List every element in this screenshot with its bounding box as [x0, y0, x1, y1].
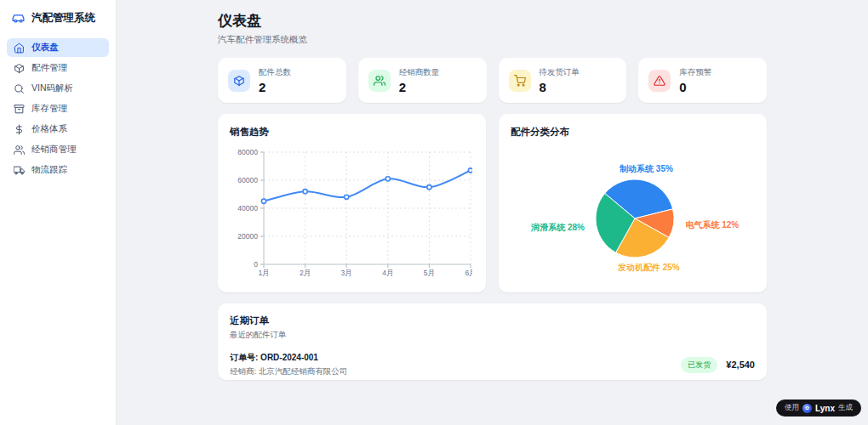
- lynx-brand: Lynx: [815, 404, 835, 413]
- app-title: 汽配管理系统: [31, 11, 95, 26]
- svg-text:20000: 20000: [237, 232, 258, 241]
- svg-text:4月: 4月: [382, 269, 393, 277]
- svg-text:60000: 60000: [237, 176, 258, 184]
- app-logo: 汽配管理系统: [7, 8, 109, 37]
- stat-value: 2: [259, 81, 291, 94]
- status-badge: 已发货: [681, 357, 717, 373]
- sidebar-item-dealers[interactable]: 经销商管理: [7, 140, 109, 159]
- alert-triangle-icon: [648, 70, 671, 92]
- category-pie-title: 配件分类分布: [511, 126, 755, 139]
- svg-text:2月: 2月: [300, 269, 311, 277]
- recent-orders-card: 近期订单 最近的配件订单 订单号: ORD-2024-001 经销商: 北京汽配…: [218, 303, 767, 380]
- users-icon: [368, 70, 391, 92]
- order-info: 订单号: ORD-2024-001 经销商: 北京汽配经销商有限公司: [230, 352, 347, 377]
- stat-value: 0: [679, 81, 711, 94]
- sales-trend-card: 销售趋势 0200004000060000800001月2月3月4月5月6月: [218, 114, 486, 292]
- lynx-logo-icon: ✿: [802, 404, 812, 413]
- main-area: 仪表盘 汽车配件管理系统概览 配件总数 2: [117, 0, 868, 425]
- svg-text:电气系统 12%: 电气系统 12%: [685, 220, 739, 230]
- lynx-badge-prefix: 使用: [785, 403, 799, 413]
- svg-text:40000: 40000: [237, 204, 258, 212]
- home-icon: [14, 42, 25, 54]
- svg-text:制动系统 35%: 制动系统 35%: [619, 164, 673, 173]
- sidebar-item-inventory[interactable]: 库存管理: [7, 99, 109, 118]
- stat-card-parts-total: 配件总数 2: [218, 58, 346, 103]
- sidebar-item-label: 物流跟踪: [31, 164, 67, 176]
- car-icon: [11, 11, 26, 26]
- sidebar-item-label: 配件管理: [31, 62, 67, 74]
- dashboard-content: 仪表盘 汽车配件管理系统概览 配件总数 2: [218, 0, 767, 380]
- stat-card-stock-alerts: 库存预警 0: [638, 58, 767, 103]
- svg-text:3月: 3月: [341, 269, 352, 277]
- stat-card-pending-orders: 待发货订单 8: [499, 58, 627, 103]
- sidebar-item-label: 价格体系: [31, 123, 67, 135]
- lynx-badge-suffix: 生成: [838, 403, 853, 413]
- svg-text:发动机配件 25%: 发动机配件 25%: [617, 263, 680, 272]
- charts-row: 销售趋势 0200004000060000800001月2月3月4月5月6月 配…: [218, 114, 767, 292]
- stat-label: 配件总数: [259, 67, 291, 78]
- sidebar-item-logistics[interactable]: 物流跟踪: [7, 161, 109, 179]
- svg-text:6月: 6月: [465, 269, 472, 277]
- stat-label: 库存预警: [679, 67, 711, 78]
- sidebar-item-label: 经销商管理: [31, 144, 77, 156]
- sidebar-item-label: VIN码解析: [31, 82, 73, 94]
- app-window: 汽配管理系统 仪表盘 配件管理 VIN码解析 库存管理 价格体系: [0, 0, 868, 425]
- order-meta: 已发货 ¥2,540: [681, 357, 755, 373]
- order-dealer: 经销商: 北京汽配经销商有限公司: [230, 366, 347, 377]
- order-amount: ¥2,540: [726, 360, 755, 370]
- svg-text:0: 0: [254, 260, 258, 269]
- sidebar-item-parts[interactable]: 配件管理: [7, 59, 109, 77]
- stat-card-dealer-count: 经销商数量 2: [358, 58, 487, 103]
- svg-text:80000: 80000: [237, 148, 258, 156]
- category-pie-card: 配件分类分布 制动系统 35%电气系统 12%发动机配件 25%润滑系统 28%: [499, 114, 767, 292]
- svg-text:润滑系统 28%: 润滑系统 28%: [530, 223, 585, 232]
- recent-orders-title: 近期订单: [230, 314, 755, 327]
- recent-orders-subtitle: 最近的配件订单: [230, 330, 755, 341]
- dollar-icon: [14, 124, 25, 135]
- sidebar: 汽配管理系统 仪表盘 配件管理 VIN码解析 库存管理 价格体系: [0, 0, 117, 425]
- stats-row: 配件总数 2 经销商数量 2: [218, 58, 767, 103]
- svg-text:1月: 1月: [258, 269, 269, 277]
- category-pie-chart: 制动系统 35%电气系统 12%发动机配件 25%润滑系统 28%: [511, 145, 753, 283]
- cart-icon: [509, 70, 531, 92]
- archive-icon: [14, 104, 25, 115]
- truck-icon: [14, 165, 25, 176]
- order-row[interactable]: 订单号: ORD-2024-001 经销商: 北京汽配经销商有限公司 已发货 ¥…: [230, 352, 755, 377]
- sidebar-item-vin[interactable]: VIN码解析: [7, 79, 109, 98]
- sales-trend-line-chart: 0200004000060000800001月2月3月4月5月6月: [230, 145, 472, 283]
- sales-trend-title: 销售趋势: [230, 126, 474, 139]
- stat-label: 经销商数量: [399, 67, 440, 78]
- page-title: 仪表盘: [218, 11, 767, 31]
- sidebar-nav: 仪表盘 配件管理 VIN码解析 库存管理 价格体系 经销商管理: [7, 38, 109, 179]
- search-icon: [14, 83, 25, 94]
- sidebar-item-label: 库存管理: [31, 103, 67, 115]
- sidebar-item-pricing[interactable]: 价格体系: [7, 120, 109, 139]
- lynx-generated-badge[interactable]: 使用 ✿ Lynx 生成: [776, 400, 861, 416]
- package-icon: [14, 63, 25, 74]
- package-icon: [228, 70, 250, 92]
- stat-label: 待发货订单: [540, 67, 580, 78]
- stat-value: 8: [540, 81, 580, 94]
- order-number: 订单号: ORD-2024-001: [230, 352, 347, 364]
- sidebar-item-dashboard[interactable]: 仪表盘: [7, 38, 109, 57]
- stat-value: 2: [399, 81, 440, 94]
- sidebar-item-label: 仪表盘: [31, 42, 59, 54]
- page-subtitle: 汽车配件管理系统概览: [218, 34, 767, 46]
- svg-text:5月: 5月: [424, 269, 435, 277]
- users-icon: [14, 144, 25, 156]
